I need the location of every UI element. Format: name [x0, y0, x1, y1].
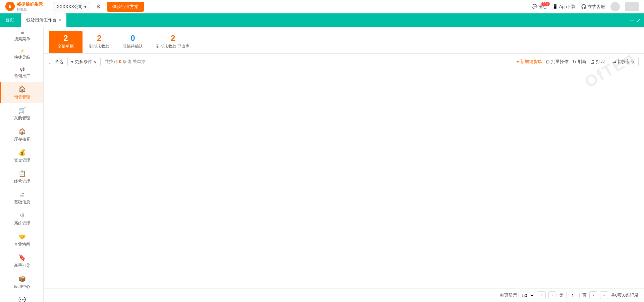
batch-icon: ⊞	[546, 59, 550, 64]
found-text: 共找到	[105, 59, 118, 64]
sidebar-item-guide[interactable]: 🔖 新手引导	[0, 251, 43, 272]
base-info-icon: 🗂	[19, 191, 25, 198]
switch-version-button[interactable]: ⇄ 切换新版	[609, 57, 639, 66]
next-page-button[interactable]: ›	[589, 291, 597, 299]
stat-label-overdue: 到期未收款	[89, 44, 109, 49]
filter-chevron: ∨	[94, 59, 97, 64]
message-button[interactable]: 💬 消息 99+	[532, 4, 547, 10]
search-icon: ☰	[20, 30, 24, 35]
user-info	[625, 2, 639, 11]
print-button[interactable]: 🖨 打印	[590, 59, 605, 65]
sales-icon: 🏠	[18, 85, 26, 93]
tab-home[interactable]: 首页	[0, 13, 19, 27]
select-all-checkbox[interactable]: 全选	[49, 59, 63, 65]
sidebar-base-info-label: 基础信息	[14, 199, 30, 205]
system-icon: ⚙	[19, 212, 25, 219]
header-right: 💬 消息 99+ 📱 App下载 🎧 在线客服	[532, 2, 639, 11]
content-area: 2 全部单据 2 到期未收款 0 旺辅待确认 2 到期未收款 已出库	[44, 27, 644, 302]
filter-label: 更多条件	[75, 59, 92, 65]
pagination: 每页显示 50 « ‹ 第 页 › » 共0页,0条记录	[44, 288, 644, 302]
tab-home-label: 首页	[5, 17, 14, 23]
sidebar-item-app-center[interactable]: 📦 应用中心	[0, 272, 43, 293]
service-icon: 🎧	[581, 4, 586, 9]
main-layout: ☰ 搜索菜单 ⚡ 快捷导航 📢 营销推广 🏠 销售管理 🛒 采购管理 🏠 库存核…	[0, 27, 644, 302]
batch-label: 批量操作	[551, 59, 569, 65]
app-download-label: App下载	[559, 4, 576, 10]
stat-tab-overdue[interactable]: 2 到期未收款	[83, 31, 116, 53]
sidebar-item-base-info[interactable]: 🗂 基础信息	[0, 188, 43, 208]
sidebar-item-operations[interactable]: 📋 经营管理	[0, 167, 43, 188]
sidebar-item-marketing[interactable]: 📢 营销推广	[0, 64, 43, 82]
sidebar-enterprise-label: 企业协同	[14, 242, 30, 247]
stat-tab-wangfu[interactable]: 0 旺辅待确认	[116, 31, 150, 53]
per-page-label: 每页显示	[500, 292, 517, 298]
sidebar-item-wechat[interactable]: 💬 企业微信	[0, 293, 43, 302]
avatar[interactable]	[610, 2, 620, 11]
message-badge: 99+	[541, 2, 550, 6]
sidebar-search-label: 搜索菜单	[14, 36, 30, 42]
total-info: 共0页,0条记录	[611, 292, 639, 298]
logo-sub-text: 标准版	[17, 7, 43, 11]
refresh-icon: ↻	[573, 59, 576, 64]
top-header: 6 畅捷通好生意 标准版 XXXXXX公司 ▾ ⚙ 体验行业方案 💬 消息 99…	[0, 0, 644, 13]
app-center-icon: 📦	[18, 275, 26, 283]
header-left: 6 畅捷通好生意 标准版 XXXXXX公司 ▾ ⚙ 体验行业方案	[5, 2, 144, 12]
first-page-button[interactable]: «	[538, 291, 546, 299]
checkbox-input[interactable]	[49, 60, 53, 64]
company-selector[interactable]: XXXXXX公司 ▾	[53, 2, 90, 11]
tab-active-label: 钱货日清工作台	[26, 17, 57, 23]
settings-button[interactable]: ⚙	[94, 2, 104, 12]
toolbar-right: + 新增销货单 ⊞ 批量操作 ↻ 刷新 🖨 打印 ⇄	[517, 57, 639, 66]
print-icon: 🖨	[590, 59, 595, 64]
tab-close-icon[interactable]: ×	[59, 18, 61, 22]
tab-minimize-icon[interactable]: ─	[630, 17, 634, 23]
app-download-button[interactable]: 📱 App下载	[552, 4, 576, 10]
operations-icon: 📋	[18, 170, 26, 177]
sidebar-item-system[interactable]: ⚙ 系统管理	[0, 208, 43, 230]
stat-num-shipped: 2	[171, 34, 175, 43]
message-icon: 💬	[532, 4, 537, 9]
prev-page-button[interactable]: ‹	[548, 291, 556, 299]
stat-label-shipped: 到期未收款 已出库	[156, 44, 190, 49]
online-service-button[interactable]: 🎧 在线客服	[581, 4, 605, 10]
select-all-label: 全选	[55, 59, 63, 65]
sidebar-item-inventory[interactable]: 🏠 库存核算	[0, 124, 43, 145]
sidebar-item-enterprise[interactable]: 🤝 企业协同	[0, 230, 43, 251]
filter-button[interactable]: ▾ 更多条件 ∨	[67, 57, 101, 66]
sidebar-guide-label: 新手引导	[14, 263, 30, 268]
trial-button[interactable]: 体验行业方案	[107, 2, 144, 12]
last-page-button[interactable]: »	[600, 291, 608, 299]
download-icon: 📱	[552, 4, 558, 9]
sidebar-item-sales[interactable]: 🏠 销售管理	[0, 82, 43, 103]
sidebar-app-center-label: 应用中心	[14, 284, 30, 290]
stat-tab-all[interactable]: 2 全部单据	[49, 31, 83, 53]
refresh-button[interactable]: ↻ 刷新	[573, 59, 586, 65]
tab-expand-icon[interactable]: ⤢	[636, 17, 641, 23]
add-sale-button[interactable]: + 新增销货单	[517, 59, 542, 65]
stats-tabs: 2 全部单据 2 到期未收款 0 旺辅待确认 2 到期未收款 已出库	[44, 27, 644, 54]
sidebar-marketing-label: 营销推广	[14, 73, 30, 79]
sidebar-system-label: 系统管理	[14, 221, 30, 226]
inventory-icon: 🏠	[18, 128, 26, 135]
stat-label-all: 全部单据	[58, 44, 74, 49]
settings-icon: ⚙	[96, 3, 101, 10]
logo-area: 6 畅捷通好生意 标准版	[5, 2, 43, 12]
page-number-input[interactable]	[566, 292, 580, 299]
sidebar-purchase-label: 采购管理	[14, 115, 30, 121]
sidebar-item-purchase[interactable]: 🛒 采购管理	[0, 103, 43, 124]
company-name: XXXXXX公司	[57, 4, 83, 10]
page-prefix-label: 第	[559, 292, 564, 298]
found-unit: 条 相关单据	[122, 59, 146, 64]
tab-active[interactable]: 钱货日清工作台 ×	[21, 13, 66, 27]
switch-label: 切换新版	[618, 59, 635, 65]
sidebar-inventory-label: 库存核算	[14, 136, 30, 142]
purchase-icon: 🛒	[18, 107, 26, 114]
sidebar-item-quick-nav[interactable]: ⚡ 快捷导航	[0, 45, 43, 64]
sidebar-item-funds[interactable]: 💰 资金管理	[0, 145, 43, 167]
sidebar-item-search[interactable]: ☰ 搜索菜单	[0, 27, 43, 45]
batch-button[interactable]: ⊞ 批量操作	[546, 59, 569, 65]
per-page-select[interactable]: 50	[519, 292, 535, 299]
table-area	[44, 70, 644, 288]
stat-tab-shipped[interactable]: 2 到期未收款 已出库	[150, 31, 196, 53]
found-count-num: 0	[119, 59, 121, 64]
